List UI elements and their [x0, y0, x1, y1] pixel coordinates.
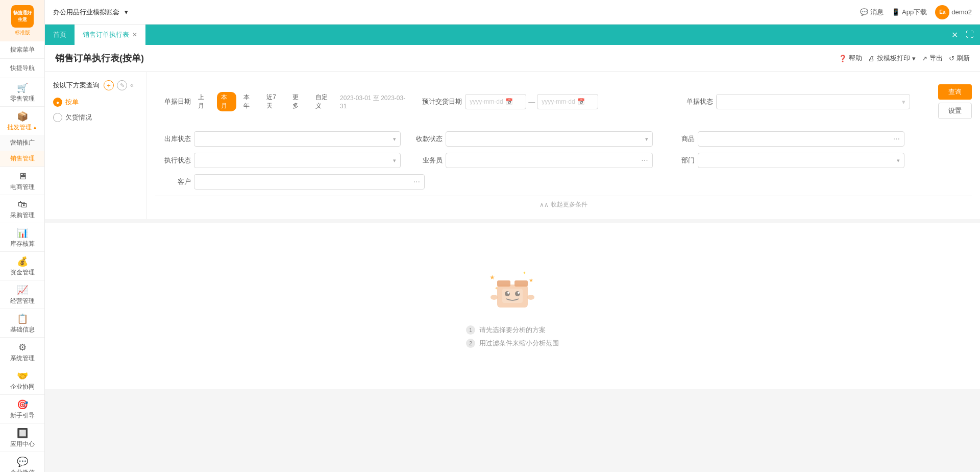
export-icon: ↗	[922, 55, 927, 62]
purchase-menu[interactable]: 🛍 采购管理	[0, 195, 44, 223]
inventory-menu[interactable]: 📊 库存核算	[0, 223, 44, 251]
date-prev-month[interactable]: 上月	[194, 92, 214, 111]
enterprise-menu[interactable]: 🤝 企业协同	[0, 366, 44, 394]
date-current-month[interactable]: 本月	[217, 92, 237, 111]
help-btn[interactable]: ❓ 帮助	[839, 54, 862, 63]
sidebar-item-inventory[interactable]: 📊 库存核算	[0, 223, 44, 252]
expected-date-end[interactable]: yyyy-mm-dd 📅	[537, 94, 598, 109]
goods-group: 商品 ···	[659, 131, 904, 147]
search-menu[interactable]: 搜索菜单	[0, 41, 44, 59]
filter-collapse-btn[interactable]: «	[130, 82, 134, 89]
sidebar-item-newbie[interactable]: 🎯 新手引导	[0, 395, 44, 423]
sidebar-item-apps[interactable]: 🔲 应用中心	[0, 423, 44, 452]
sidebar-item-basic[interactable]: 📋 基础信息	[0, 309, 44, 338]
goods-select[interactable]: ···	[698, 131, 904, 147]
customer-select[interactable]: ···	[194, 174, 425, 190]
operations-menu[interactable]: 📈 经营管理	[0, 280, 44, 309]
empty-tips: 1 请先选择要分析的方案 2 用过滤条件来缩小分析范围	[466, 325, 559, 348]
salesperson-dots[interactable]: ···	[641, 156, 648, 165]
date-more[interactable]: 更多	[288, 92, 308, 111]
by-debt-label: 欠货情况	[65, 113, 92, 122]
date-current-year[interactable]: 本年	[239, 92, 259, 111]
apps-menu[interactable]: 🔲 应用中心	[0, 423, 44, 452]
wholesale-menu[interactable]: 📦 批发管理 ▲	[0, 107, 44, 135]
topbar-dropdown[interactable]: ▾	[125, 8, 128, 16]
newbie-icon: 🎯	[17, 399, 28, 410]
refresh-btn[interactable]: ↺ 刷新	[949, 54, 970, 63]
filter-edit-btn[interactable]: ✎	[117, 80, 127, 90]
app-download-icon: 📱	[892, 8, 900, 16]
filter-item-by-order[interactable]: ● 按单	[45, 95, 146, 110]
basic-menu[interactable]: 📋 基础信息	[0, 309, 44, 337]
message-btn[interactable]: 💬 消息	[860, 8, 884, 17]
finance-menu[interactable]: 💰 资金管理	[0, 252, 44, 280]
sidebar-item-purchase[interactable]: 🛍 采购管理	[0, 195, 44, 223]
date-7days[interactable]: 近7天	[262, 92, 285, 111]
sidebar-item-wechat[interactable]: 💬 企业微信	[0, 452, 44, 472]
search-menu-label[interactable]: 搜索菜单	[10, 46, 35, 53]
sidebar-item-finance[interactable]: 💰 资金管理	[0, 252, 44, 280]
settings-btn[interactable]: 设置	[938, 103, 972, 119]
expected-date-end-placeholder: yyyy-mm-dd	[542, 98, 575, 105]
print-btn[interactable]: 🖨 按模板打印 ▾	[868, 54, 916, 63]
date-custom[interactable]: 自定义	[311, 92, 337, 111]
exec-status-label: 执行状态	[155, 156, 191, 165]
newbie-menu[interactable]: 🎯 新手引导	[0, 395, 44, 423]
tab-sales-order[interactable]: 销售订单执行表 ✕	[75, 25, 145, 45]
sidebar-item-marketing[interactable]: 营销推广	[0, 135, 44, 151]
goods-label: 商品	[659, 134, 695, 144]
system-icon: ⚙	[18, 342, 27, 353]
user-profile[interactable]: Ea demo2	[935, 5, 972, 19]
app-logo[interactable]: 畅捷通好生意 标准版	[0, 0, 44, 41]
tabbar-actions: ✕ ⛶	[948, 29, 980, 41]
sidebar-item-retail[interactable]: 🛒 零售管理	[0, 78, 44, 107]
expected-date-start[interactable]: yyyy-mm-dd 📅	[465, 94, 526, 109]
doc-status-select[interactable]: ▾	[716, 94, 910, 109]
sidebar-item-wholesale[interactable]: 📦 批发管理 ▲ 营销推广 销售管理	[0, 107, 44, 167]
svg-rect-1	[497, 280, 510, 287]
sidebar-item-operations[interactable]: 📈 经营管理	[0, 280, 44, 309]
print-icon: 🖨	[868, 55, 875, 62]
wholesale-submenu: 营销推广 销售管理	[0, 135, 44, 167]
dept-select[interactable]: ▾	[698, 153, 904, 168]
query-btn[interactable]: 查询	[938, 84, 972, 100]
retail-menu[interactable]: 🛒 零售管理	[0, 78, 44, 106]
app-download-btn[interactable]: 📱 App下载	[892, 8, 927, 17]
salesperson-select[interactable]: ···	[446, 153, 652, 168]
sidebar-item-enterprise[interactable]: 🤝 企业协同	[0, 366, 44, 395]
quick-nav-label[interactable]: 快捷导航	[0, 62, 44, 75]
fullscreen-btn[interactable]: ⛶	[964, 29, 976, 41]
wechat-menu[interactable]: 💬 企业微信	[0, 452, 44, 472]
tab-home[interactable]: 首页	[45, 25, 75, 45]
customer-dots[interactable]: ···	[413, 177, 420, 186]
help-label: 帮助	[849, 54, 862, 63]
sidebar-item-system[interactable]: ⚙ 系统管理	[0, 338, 44, 366]
export-btn[interactable]: ↗ 导出	[922, 54, 943, 63]
filter-add-btn[interactable]: +	[104, 80, 114, 90]
sidebar-item-ecommerce[interactable]: 🖥 电商管理	[0, 167, 44, 195]
system-menu[interactable]: ⚙ 系统管理	[0, 338, 44, 366]
ecommerce-icon: 🖥	[18, 171, 27, 182]
quick-nav[interactable]: 快捷导航	[0, 59, 44, 78]
collapse-more-label: 收起更多条件	[551, 200, 587, 209]
exec-status-chevron: ▾	[393, 157, 396, 164]
dept-chevron: ▾	[897, 157, 900, 164]
out-status-label: 出库状态	[155, 134, 191, 144]
date-options: 上月 本月 本年 近7天 更多 自定义	[194, 92, 337, 111]
tab-close-btn[interactable]: ✕	[132, 31, 137, 38]
receipt-status-select[interactable]: ▾	[446, 131, 652, 147]
message-icon: 💬	[860, 8, 868, 16]
collapse-more-btn[interactable]: ∧∧ 收起更多条件	[155, 196, 972, 213]
sidebar-item-sales[interactable]: 销售管理	[0, 151, 44, 167]
print-dropdown-icon[interactable]: ▾	[912, 55, 916, 62]
goods-dots[interactable]: ···	[893, 134, 900, 144]
svg-point-7	[518, 292, 520, 294]
exec-status-select[interactable]: ▾	[194, 153, 401, 168]
close-window-btn[interactable]: ✕	[948, 29, 961, 41]
filter-item-by-debt[interactable]: 欠货情况	[45, 110, 146, 125]
ecommerce-menu[interactable]: 🖥 电商管理	[0, 167, 44, 195]
inventory-label: 库存核算	[10, 240, 35, 248]
out-status-select[interactable]: ▾	[194, 131, 401, 147]
topbar-left: 办公用品行业模拟账套 ▾	[53, 8, 128, 17]
logo-text: 标准版	[15, 29, 30, 36]
